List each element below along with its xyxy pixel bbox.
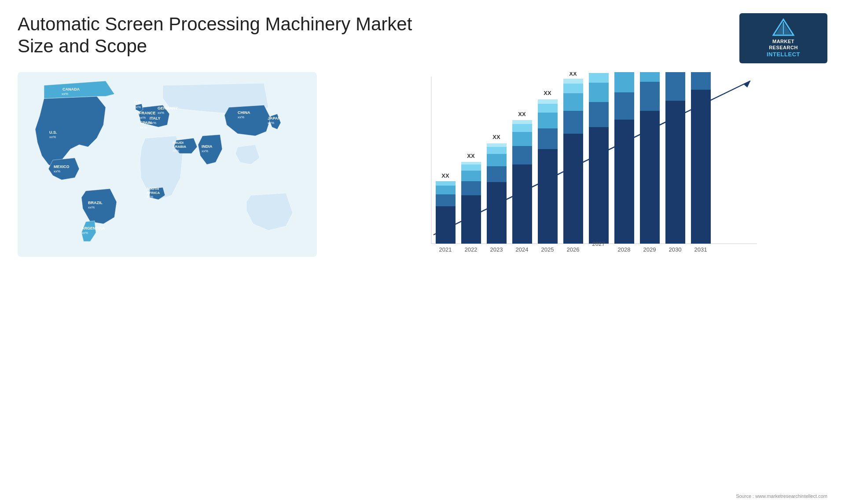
bar-2026-seg4 bbox=[563, 84, 583, 93]
brazil-value: xx% bbox=[88, 205, 95, 209]
year-2023: 2023 bbox=[490, 246, 503, 253]
bar-chart-section: XX 2021 XX 2022 XX 2023 XX 20 bbox=[326, 72, 827, 283]
bar-2023-seg4 bbox=[487, 147, 507, 154]
year-2024: 2024 bbox=[516, 246, 529, 253]
bar-2026-seg2 bbox=[563, 111, 583, 134]
canada-value: xx% bbox=[62, 92, 68, 96]
italy-value: xx% bbox=[150, 121, 156, 125]
bar-2029-seg1 bbox=[640, 111, 660, 244]
year-2022: 2022 bbox=[465, 246, 478, 253]
bar-2031-seg1 bbox=[691, 90, 711, 244]
uk-value: xx% bbox=[134, 105, 141, 109]
bar-2024-seg4 bbox=[512, 124, 532, 132]
bar-2022-seg1 bbox=[461, 195, 481, 244]
world-map-svg: CANADA xx% U.S. xx% MEXICO xx% BRAZIL xx… bbox=[18, 72, 317, 257]
bar-2021-seg3 bbox=[436, 186, 456, 194]
china-value: xx% bbox=[238, 115, 244, 119]
japan-value: xx% bbox=[268, 121, 274, 125]
bar-2026-seg5 bbox=[563, 79, 583, 84]
bar-2028-seg2 bbox=[614, 92, 634, 120]
bar-2029-seg3 bbox=[640, 72, 660, 82]
bar-2025-seg1 bbox=[538, 149, 558, 244]
china-label: CHINA bbox=[238, 110, 250, 115]
bar-2026-seg3 bbox=[563, 93, 583, 111]
page-title: Automatic Screen Processing Machinery Ma… bbox=[18, 13, 414, 58]
canada-label: CANADA bbox=[62, 87, 80, 91]
bar-2024-seg1 bbox=[512, 164, 532, 244]
japan-label: JAPAN bbox=[268, 116, 281, 121]
logo: MARKET RESEARCH INTELLECT bbox=[739, 13, 827, 63]
year-2028: 2028 bbox=[618, 246, 631, 253]
bar-2023-seg3 bbox=[487, 154, 507, 166]
year-2026: 2026 bbox=[567, 246, 580, 253]
bar-chart-svg: XX 2021 XX 2022 XX 2023 XX 20 bbox=[343, 72, 827, 270]
bar-2025-seg2 bbox=[538, 128, 558, 149]
bar-2027-seg3 bbox=[589, 83, 609, 102]
year-2025: 2025 bbox=[541, 246, 554, 253]
italy-label: ITALY bbox=[150, 116, 161, 121]
france-value: xx% bbox=[139, 116, 146, 120]
year-2030: 2030 bbox=[669, 246, 682, 253]
bar-2025-seg3 bbox=[538, 113, 558, 128]
bar-2027-seg4 bbox=[589, 73, 609, 83]
bar-2025-label: XX bbox=[544, 90, 551, 96]
southafrica-label: SOUTH bbox=[147, 187, 159, 191]
bar-2024-seg2 bbox=[512, 146, 532, 164]
bar-2026-label: XX bbox=[569, 72, 577, 77]
southafrica-label2: AFRICA bbox=[147, 191, 160, 195]
france-label: FRANCE bbox=[139, 111, 156, 115]
saudi-label: SAUDI bbox=[173, 141, 184, 145]
bar-2030-seg1 bbox=[665, 101, 685, 244]
bar-2028-seg3 bbox=[614, 72, 634, 92]
bar-2022-label: XX bbox=[467, 153, 475, 159]
header: Automatic Screen Processing Machinery Ma… bbox=[0, 0, 845, 72]
us-label: U.S. bbox=[49, 130, 57, 135]
bar-2021-seg2 bbox=[436, 194, 456, 206]
svg-marker-7 bbox=[744, 81, 750, 88]
bar-2022-seg2 bbox=[461, 181, 481, 195]
germany-value: xx% bbox=[158, 111, 164, 115]
world-map-section: CANADA xx% U.S. xx% MEXICO xx% BRAZIL xx… bbox=[18, 72, 326, 283]
year-2027: 2027 bbox=[592, 241, 605, 247]
bar-2021-seg4 bbox=[436, 181, 456, 186]
southafrica-value: xx% bbox=[147, 195, 153, 199]
bar-2024-seg3 bbox=[512, 132, 532, 146]
saudi-label2: ARABIA bbox=[173, 145, 186, 149]
bar-2031-seg2 bbox=[691, 72, 711, 90]
bar-2022-seg4 bbox=[461, 164, 481, 171]
top-content: CANADA xx% U.S. xx% MEXICO xx% BRAZIL xx… bbox=[0, 72, 845, 504]
india-value: xx% bbox=[202, 149, 208, 153]
argentina-value: xx% bbox=[81, 231, 88, 235]
source-text: Source : www.marketresearchintellect.com bbox=[736, 493, 827, 499]
bar-2023-seg5 bbox=[487, 143, 507, 147]
bar-2030-seg2 bbox=[665, 72, 685, 101]
mexico-value: xx% bbox=[54, 169, 60, 173]
bar-2021-seg1 bbox=[436, 206, 456, 244]
bar-2022-seg5 bbox=[461, 162, 481, 164]
bar-2021-label: XX bbox=[441, 172, 449, 179]
logo-icon bbox=[772, 18, 794, 36]
year-2031: 2031 bbox=[694, 246, 707, 253]
saudi-value: xx% bbox=[173, 149, 179, 153]
bar-2027-seg1 bbox=[589, 127, 609, 244]
bar-2025-seg5 bbox=[538, 99, 558, 104]
bar-2022-seg3 bbox=[461, 171, 481, 181]
argentina-label: ARGENTINA bbox=[81, 226, 105, 230]
bar-2027-seg2 bbox=[589, 102, 609, 127]
bar-2023-seg2 bbox=[487, 166, 507, 182]
germany-label: GERMANY bbox=[158, 106, 178, 110]
spain-value: xx% bbox=[140, 125, 147, 129]
year-2029: 2029 bbox=[643, 246, 656, 253]
bar-2026-seg1 bbox=[563, 134, 583, 244]
year-2021: 2021 bbox=[439, 246, 452, 253]
bar-2024-label: XX bbox=[518, 111, 526, 117]
bar-2025-seg4 bbox=[538, 104, 558, 113]
logo-text: MARKET RESEARCH INTELLECT bbox=[767, 38, 800, 58]
bar-2023-label: XX bbox=[492, 134, 500, 140]
mexico-label: MEXICO bbox=[54, 164, 70, 169]
bar-2028-seg1 bbox=[614, 120, 634, 244]
india-label: INDIA bbox=[202, 144, 213, 149]
bar-2029-seg2 bbox=[640, 82, 660, 111]
map-container: CANADA xx% U.S. xx% MEXICO xx% BRAZIL xx… bbox=[18, 72, 317, 266]
uk-label: U.K. bbox=[134, 100, 142, 105]
